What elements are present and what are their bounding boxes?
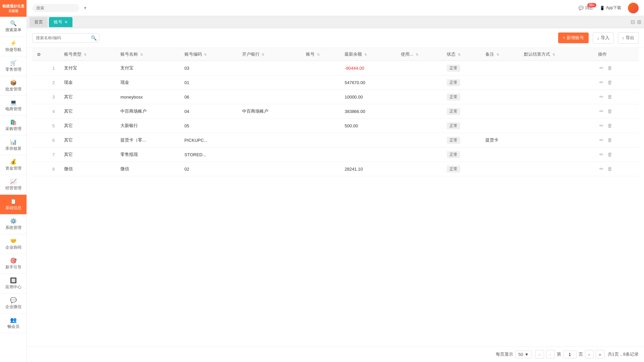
row-gear <box>32 162 46 176</box>
table-wrapper: ⚙ 账号类型 ⇅ 账号名称 ⇅ 账号编码 ⇅ <box>27 48 644 346</box>
page-size-select-box[interactable]: 50 ▼ <box>515 351 532 358</box>
delete-button[interactable]: 🗑 <box>606 165 614 172</box>
next-page-button[interactable]: › <box>585 350 594 359</box>
ops-icon: 📈 <box>1 178 25 185</box>
app-download-button[interactable]: 📱 App下载 <box>600 5 621 11</box>
page-number-input[interactable] <box>563 351 577 358</box>
row-usage <box>398 119 444 133</box>
edit-button[interactable]: ✏ <box>598 165 605 173</box>
row-num: 1 <box>46 61 61 75</box>
sidebar-item-new-guide[interactable]: 🎯 新手引导 <box>0 254 26 274</box>
tab-expand-icon[interactable]: ⊞ <box>637 19 641 25</box>
sidebar-item-ops-mgmt[interactable]: 📈 经营管理 <box>0 175 26 195</box>
col-default-settlement[interactable]: 默认结算方式 ⇅ <box>521 48 595 61</box>
edit-button[interactable]: ✏ <box>598 64 605 72</box>
delete-button[interactable]: 🗑 <box>606 122 614 129</box>
user-avatar[interactable] <box>628 3 639 13</box>
edit-button[interactable]: ✏ <box>598 79 605 86</box>
row-status: 正常 <box>444 90 483 104</box>
edit-button[interactable]: ✏ <box>598 108 605 115</box>
sidebar-item-label: 企业微信 <box>5 304 21 309</box>
sort-balance-icon: ⇅ <box>364 53 367 56</box>
sidebar-item-wholesale-mgmt[interactable]: 📦 批发管理 <box>0 76 26 96</box>
sidebar-item-ecommerce-mgmt[interactable]: 💻 电商管理 <box>0 96 26 116</box>
edit-button[interactable]: ✏ <box>598 122 605 129</box>
row-account-code: 01 <box>182 75 239 90</box>
row-account-name: 中百商场账户 <box>118 104 182 119</box>
row-balance: -90444.00 <box>342 61 398 75</box>
gear-icon[interactable]: ⚙ <box>37 52 41 57</box>
sidebar-item-system-mgmt[interactable]: ⚙️ 系统管理 <box>0 215 26 234</box>
delete-button[interactable]: 🗑 <box>606 93 614 100</box>
status-badge: 正常 <box>447 65 460 72</box>
page-size-dropdown-icon: ▼ <box>525 352 529 357</box>
sidebar-item-label: 畅会员 <box>7 324 19 329</box>
delete-button[interactable]: 🗑 <box>606 79 614 86</box>
tab-close-icon[interactable]: ✕ <box>64 20 68 24</box>
row-num: 2 <box>46 75 61 90</box>
sidebar-item-app-center[interactable]: 🔲 应用中心 <box>0 274 26 294</box>
import-button[interactable]: ↓ 导入 <box>593 32 614 44</box>
col-bank[interactable]: 开户银行 ⇅ <box>239 48 304 61</box>
sidebar-item-finance-mgmt[interactable]: 💰 资金管理 <box>0 155 26 175</box>
edit-button[interactable]: ✏ <box>598 93 605 101</box>
tab-minimize-icon[interactable]: ⊟ <box>631 19 635 25</box>
dropdown-arrow-icon[interactable]: ▼ <box>83 6 87 10</box>
collab-icon: 🤝 <box>1 238 25 244</box>
row-gear <box>32 90 46 104</box>
delete-button[interactable]: 🗑 <box>606 108 614 115</box>
sidebar-item-search-menu[interactable]: 🔍 搜索菜单 <box>0 17 26 37</box>
sidebar-item-label: 库存核算 <box>5 146 21 151</box>
sidebar-item-inventory[interactable]: 📊 库存核算 <box>0 135 26 155</box>
message-button[interactable]: 💬 消息 99+ <box>579 5 593 11</box>
sidebar-item-corp-wechat[interactable]: 💬 企业微信 <box>0 294 26 313</box>
search-submit-button[interactable]: 🔍 <box>91 35 97 41</box>
header-right: 💬 消息 99+ 📱 App下载 <box>579 3 639 13</box>
app-center-icon: 🔲 <box>1 277 25 284</box>
row-account-no <box>303 104 342 119</box>
sort-usage-icon: ⇅ <box>416 53 418 56</box>
status-badge: 正常 <box>447 151 460 158</box>
sidebar-item-basic-info[interactable]: 📋 基础信息 <box>0 195 26 215</box>
app-icon: 📱 <box>600 6 605 10</box>
row-default-settlement <box>521 90 595 104</box>
delete-button[interactable]: 🗑 <box>606 64 614 71</box>
delete-button[interactable]: 🗑 <box>606 151 614 158</box>
row-bank <box>239 162 304 176</box>
total-records-label: 共1页，8条记录 <box>608 351 639 357</box>
col-account-code[interactable]: 账号编码 ⇅ <box>182 48 239 61</box>
edit-button[interactable]: ✏ <box>598 151 605 158</box>
row-usage <box>398 162 444 176</box>
col-account-type[interactable]: 账号类型 ⇅ <box>61 48 118 61</box>
row-actions: ✏ 🗑 <box>595 133 639 147</box>
last-page-button[interactable]: » <box>596 350 604 359</box>
add-account-button[interactable]: + 新增账号 <box>558 33 589 43</box>
table-row: 1 支付宝 支付宝 03 -90444.00 正常 ✏ 🗑 <box>32 61 639 75</box>
table-header-row: ⚙ 账号类型 ⇅ 账号名称 ⇅ 账号编码 ⇅ <box>32 48 639 61</box>
col-notes[interactable]: 备注 ⇅ <box>483 48 521 61</box>
row-balance <box>342 133 398 147</box>
delete-button[interactable]: 🗑 <box>606 136 614 143</box>
prev-page-button[interactable]: ‹ <box>546 350 555 359</box>
tab-home[interactable]: 首页 <box>30 17 48 27</box>
status-badge: 正常 <box>447 94 460 101</box>
sidebar-item-corp-collab[interactable]: 🤝 企业协同 <box>0 234 26 254</box>
col-usage[interactable]: 使用... ⇅ <box>398 48 444 61</box>
search-input[interactable] <box>32 33 99 43</box>
page-suffix: 页 <box>579 351 583 357</box>
col-status[interactable]: 状态 ⇅ <box>444 48 483 61</box>
sidebar-item-label: 采购管理 <box>5 126 21 131</box>
col-balance[interactable]: 最新余额 ⇅ <box>342 48 398 61</box>
top-search-input[interactable] <box>32 4 79 12</box>
sidebar-item-retail-mgmt[interactable]: 🛒 零售管理 <box>0 56 26 76</box>
sidebar-item-members[interactable]: 👥 畅会员 <box>0 313 26 333</box>
col-account-name[interactable]: 账号名称 ⇅ <box>118 48 182 61</box>
row-account-type: 支付宝 <box>61 61 118 75</box>
col-account-no[interactable]: 账号 ⇅ <box>303 48 342 61</box>
first-page-button[interactable]: « <box>535 350 544 359</box>
sidebar-item-quick-nav[interactable]: ⚡ 快捷导航 <box>0 37 26 56</box>
sidebar-item-purchase-mgmt[interactable]: 🛍️ 采购管理 <box>0 116 26 135</box>
tab-account[interactable]: 账号 ✕ <box>49 17 72 27</box>
edit-button[interactable]: ✏ <box>598 136 605 144</box>
export-button[interactable]: ↑ 导出 <box>618 32 639 44</box>
